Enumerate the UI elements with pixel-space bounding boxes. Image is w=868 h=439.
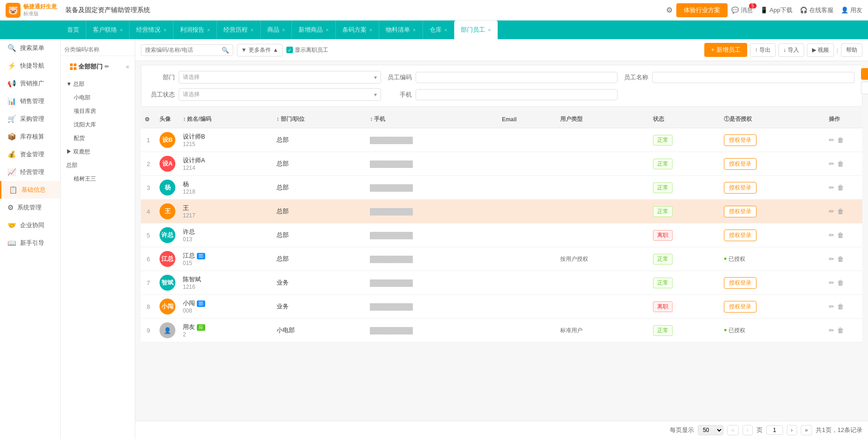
sidebar-item-guide[interactable]: 📖 新手引导 (0, 234, 60, 252)
nav-tab[interactable]: 利润报告× (174, 21, 217, 39)
logo-text: 畅捷通好生意 标准版 (23, 3, 57, 17)
edit-btn[interactable]: ✏ (829, 231, 834, 239)
prev-page-btn[interactable]: ‹ (743, 425, 753, 435)
nav-tab[interactable]: 首页 (61, 21, 86, 39)
status-badge: 正常 (653, 206, 673, 217)
reset-btn[interactable]: 设置 (861, 82, 868, 94)
auth-btn[interactable]: 授权登录 (724, 134, 757, 146)
sidebar-item-quick[interactable]: ⚡ 快捷导航 (0, 57, 60, 75)
delete-btn[interactable]: 🗑 (837, 160, 844, 167)
nav-tab[interactable]: 部门员工× (454, 21, 498, 39)
auth-btn[interactable]: 授权登录 (724, 301, 757, 313)
delete-btn[interactable]: 🗑 (837, 255, 844, 263)
last-page-btn[interactable]: » (801, 425, 812, 435)
edit-btn[interactable]: ✏ (829, 208, 834, 215)
filter-status-select[interactable]: 请选择 ▾ (179, 88, 381, 101)
search-icon[interactable]: 🔍 (222, 47, 229, 54)
auth-btn[interactable]: 授权登录 (724, 206, 757, 217)
nav-tab[interactable]: 商品× (261, 21, 292, 39)
col-dept[interactable]: ↕ 部门/职位 (273, 111, 367, 128)
edit-btn[interactable]: ✏ (829, 255, 834, 263)
delete-btn[interactable]: 🗑 (837, 327, 844, 334)
auth-btn[interactable]: 授权登录 (724, 230, 757, 241)
next-page-btn[interactable]: › (787, 425, 797, 435)
settings-icon[interactable]: ⚙ (666, 6, 673, 14)
dept-collapse-btn[interactable]: « (124, 62, 131, 72)
help-btn[interactable]: 帮助 (841, 43, 862, 57)
col-no: 6 (141, 247, 156, 271)
delete-btn[interactable]: 🗑 (837, 208, 844, 215)
auth-btn[interactable]: 授权登录 (724, 158, 757, 170)
user-action[interactable]: 👤 用友 (841, 6, 862, 14)
delete-btn[interactable]: 🗑 (837, 303, 844, 310)
message-action[interactable]: 💬 消息 5 (731, 6, 753, 14)
export-btn[interactable]: ↑ 导出 (750, 43, 776, 57)
dept-node[interactable]: 配货 (61, 132, 135, 145)
edit-btn[interactable]: ✏ (829, 327, 834, 334)
sidebar-item-basic[interactable]: 📋 基础信息 (0, 181, 60, 199)
dept-node[interactable]: ▶ 双鹿想 (61, 145, 135, 159)
search-input[interactable] (145, 47, 220, 53)
page-size-select[interactable]: 50 100 (698, 425, 723, 435)
sidebar-item-stock[interactable]: 📦 库存核算 (0, 128, 60, 146)
col-phone[interactable]: ↕ 手机 (366, 111, 498, 128)
dept-node[interactable]: 项目库房 (61, 105, 135, 118)
sidebar-item-search[interactable]: 🔍 搜索菜单 (0, 39, 60, 57)
page-number-input[interactable] (766, 425, 783, 435)
nav-tab[interactable]: 条码方案× (336, 21, 379, 39)
filter-empcode-input[interactable] (416, 72, 618, 83)
nav-tab[interactable]: 物料清单× (379, 21, 423, 39)
edit-btn[interactable]: ✏ (829, 184, 834, 191)
sidebar-item-corp[interactable]: 🤝 企业协同 (0, 216, 60, 234)
dept-search-input[interactable] (64, 46, 134, 53)
filter-empname-input[interactable] (652, 72, 854, 83)
dept-node[interactable]: 总部 (61, 159, 135, 172)
delete-btn[interactable]: 🗑 (837, 231, 844, 239)
trial-btn[interactable]: 体验行业方案 (676, 3, 728, 17)
sidebar-item-sales[interactable]: 📊 销售管理 (0, 92, 60, 110)
col-name[interactable]: ↕ 姓名/编码 (179, 111, 273, 128)
filter-phone-input[interactable] (416, 89, 618, 100)
filter-status-row: 员工状态 请选择 ▾ (149, 88, 381, 101)
nav-tab[interactable]: 仓库× (423, 21, 454, 39)
sidebar-item-purchase[interactable]: 🛒 采购管理 (0, 110, 60, 128)
first-page-btn[interactable]: « (727, 425, 739, 435)
col-usertype-cell (556, 176, 649, 200)
table-area: 🔍 ▼ 更多条件 ▲ ✓ 显示离职员工 + 新增员工 ↑ 导出 (135, 39, 868, 439)
nav-tab[interactable]: 客户联络× (86, 21, 130, 39)
delete-btn[interactable]: 🗑 (837, 279, 844, 286)
view-icon: ▶ (812, 47, 816, 53)
sidebar-item-finance[interactable]: 💰 资金管理 (0, 146, 60, 163)
edit-btn[interactable]: ✏ (829, 279, 834, 286)
filter-dept-select[interactable]: 请选择 ▾ (179, 71, 381, 84)
import-btn[interactable]: ↓ 导入 (778, 43, 804, 57)
nav-tab[interactable]: 经营历程× (217, 21, 260, 39)
edit-btn[interactable]: ✏ (829, 136, 834, 144)
nav-tab[interactable]: 经营情况× (130, 21, 173, 39)
sidebar-label: 搜索菜单 (20, 44, 44, 52)
dept-node[interactable]: ▼ 总部 (61, 77, 135, 91)
edit-btn[interactable]: ✏ (829, 303, 834, 310)
sidebar-item-marketing[interactable]: 📢 营销推广 (0, 75, 60, 92)
add-employee-btn[interactable]: + 新增员工 (704, 43, 747, 57)
sidebar-item-operation[interactable]: 📈 经营管理 (0, 163, 60, 181)
col-settings[interactable]: ⚙ (141, 111, 156, 128)
edit-btn[interactable]: ✏ (829, 160, 834, 167)
dept-node[interactable]: 小电部 (61, 91, 135, 105)
auth-btn[interactable]: 授权登录 (724, 277, 757, 289)
col-avatar-cell: 许总 (156, 223, 179, 247)
sidebar-item-system[interactable]: ⚙ 系统管理 (0, 199, 60, 216)
dept-node[interactable]: 沈阳大库 (61, 118, 135, 132)
delete-btn[interactable]: 🗑 (837, 184, 844, 191)
view-btn[interactable]: ▶ 视频 (807, 43, 834, 57)
nav-tab[interactable]: 新增商品× (292, 21, 335, 39)
delete-btn[interactable]: 🗑 (837, 136, 844, 144)
more-filter-btn[interactable]: ▼ 更多条件 ▲ (237, 44, 283, 56)
dept-edit-icon[interactable]: ✏ (104, 63, 109, 70)
app-download-action[interactable]: 📱 App下载 (760, 6, 792, 14)
dept-node[interactable]: 植树王三 (61, 172, 135, 186)
online-service-action[interactable]: 🎧 在线客服 (800, 6, 833, 14)
auth-btn[interactable]: 授权登录 (724, 182, 757, 194)
show-resigned-toggle[interactable]: ✓ 显示离职员工 (286, 46, 328, 54)
query-btn[interactable]: 查询 (861, 68, 868, 80)
